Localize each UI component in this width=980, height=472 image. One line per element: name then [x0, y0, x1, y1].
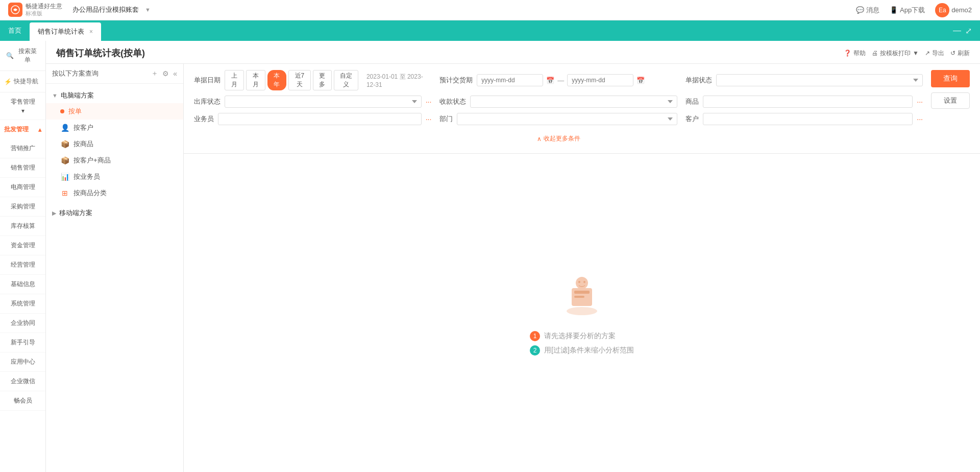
tab-bar: 首页 销售订单统计表 × — ⤢ — [0, 20, 980, 41]
sidebar-item-member[interactable]: 畅会员 — [0, 391, 45, 411]
tab-minimize-icon[interactable]: — — [953, 26, 961, 35]
payment-status-select[interactable] — [470, 96, 677, 108]
plan-item-by-product[interactable]: 📦 按商品 — [46, 136, 183, 152]
wechat-label: 企业微信 — [11, 377, 35, 386]
filter-delivery-group: 出库状态 ··· — [194, 96, 431, 108]
print-icon: 🖨 — [872, 50, 878, 57]
product-more-icon[interactable]: ··· — [917, 98, 923, 106]
refresh-btn[interactable]: ↺ 刷新 — [950, 49, 970, 58]
sidebar-item-retail[interactable]: 零售管理 ▾ — [0, 92, 45, 120]
user-action[interactable]: Ea demo2 — [935, 3, 972, 17]
operation-label: 经营管理 — [11, 261, 35, 269]
plan-item-by-salesman[interactable]: 📊 按业务员 — [46, 169, 183, 185]
expected-date-input-group: 📅 — 📅 — [477, 74, 645, 86]
content-area: 销售订单统计表(按单) ❓ 帮助 🖨 按模板打印 ▼ ↗ 导出 ↺ 刷新 — [46, 41, 980, 472]
collapse-panel-icon[interactable]: « — [173, 69, 177, 78]
plan-item-by-salesman-label: 按业务员 — [74, 172, 100, 181]
by-product-icon: 📦 — [60, 139, 69, 149]
date-last-month-btn[interactable]: 上月 — [225, 70, 244, 90]
plan-item-by-customer-product[interactable]: 📦 按客户+商品 — [46, 152, 183, 169]
date-7days-btn[interactable]: 近7天 — [288, 70, 310, 90]
expected-date-label: 预计交货期 — [439, 76, 473, 85]
query-btn[interactable]: 查询 — [931, 70, 970, 87]
product-input[interactable] — [703, 96, 913, 108]
sidebar-item-corp[interactable]: 企业协同 — [0, 314, 45, 333]
export-label: 导出 — [932, 49, 944, 58]
customer-input[interactable] — [703, 113, 913, 125]
print-dropdown-icon: ▼ — [913, 50, 919, 57]
app-title-dropdown[interactable]: ▼ — [145, 7, 151, 13]
by-category-icon: ⊞ — [60, 188, 69, 198]
sidebar-item-purchase[interactable]: 采购管理 — [0, 197, 45, 217]
expected-date-start-input[interactable] — [477, 74, 543, 86]
sidebar-item-wechat[interactable]: 企业微信 — [0, 372, 45, 391]
sidebar-item-finance[interactable]: 资金管理 — [0, 236, 45, 255]
quick-nav-btn[interactable]: ⚡ 快捷导航 — [0, 74, 45, 89]
add-plan-icon[interactable]: ＋ — [151, 69, 158, 78]
calendar-end-icon[interactable]: 📅 — [636, 77, 645, 84]
settings-plan-icon[interactable]: ⚙ — [162, 69, 169, 78]
plan-section: ▼ 电脑端方案 按单 👤 按客户 📦 按商品 — [46, 84, 183, 205]
expected-date-end-input[interactable] — [567, 74, 633, 86]
filter-dept-group: 部门 — [439, 113, 677, 125]
date-custom-btn[interactable]: 自定义 — [334, 70, 358, 90]
top-bar-right: 💬 消息 📱 App下载 Ea demo2 — [856, 3, 972, 17]
salesman-input[interactable] — [218, 113, 422, 125]
print-btn[interactable]: 🖨 按模板打印 ▼ — [872, 49, 919, 58]
date-this-month-btn[interactable]: 本月 — [246, 70, 265, 90]
svg-rect-4 — [574, 296, 584, 298]
filter-row-2: 出库状态 ··· 收款状态 — [194, 96, 923, 108]
message-action[interactable]: 💬 消息 — [856, 6, 879, 15]
setting-btn[interactable]: 设置 — [931, 92, 970, 109]
sidebar-item-newbie[interactable]: 新手引导 — [0, 333, 45, 352]
avatar: Ea — [935, 3, 949, 17]
date-this-year-btn[interactable]: 本年 — [267, 70, 287, 90]
search-menu-btn[interactable]: 🔍 搜索菜单 — [4, 45, 41, 66]
plan-item-by-order[interactable]: 按单 — [46, 103, 183, 120]
tab-expand-icon[interactable]: ⤢ — [965, 26, 972, 36]
sales-label: 销售管理 — [11, 163, 35, 172]
help-label: 帮助 — [853, 49, 866, 58]
collapse-btn[interactable]: ∧ 收起更多条件 — [194, 130, 923, 147]
status-select[interactable] — [716, 74, 923, 86]
sidebar-item-appcenter[interactable]: 应用中心 — [0, 352, 45, 372]
sidebar-item-marketing[interactable]: 营销推广 — [0, 139, 45, 158]
plan-item-by-customer[interactable]: 👤 按客户 — [46, 120, 183, 136]
finance-label: 资金管理 — [11, 241, 35, 250]
customer-more-icon[interactable]: ··· — [917, 115, 923, 123]
delivery-status-select[interactable] — [225, 96, 422, 108]
tab-home[interactable]: 首页 — [0, 20, 30, 41]
app-download-action[interactable]: 📱 App下载 — [890, 6, 925, 15]
help-btn[interactable]: ❓ 帮助 — [844, 49, 866, 58]
filter-date-group: 单据日期 上月 本月 本年 近7天 更多 自定义 — [194, 70, 431, 90]
tab-active[interactable]: 销售订单统计表 × — [30, 22, 101, 41]
dept-select[interactable] — [457, 113, 677, 125]
filter-area: 单据日期 上月 本月 本年 近7天 更多 自定义 — [184, 64, 980, 154]
salesman-more-icon[interactable]: ··· — [426, 115, 432, 123]
wholesale-label: 批发管理 — [4, 125, 29, 134]
sidebar-item-operation[interactable]: 经营管理 — [0, 255, 45, 275]
message-icon: 💬 — [856, 6, 864, 14]
export-btn[interactable]: ↗ 导出 — [925, 49, 944, 58]
sidebar-item-wholesale[interactable]: 批发管理 ▴ — [0, 120, 45, 139]
salesman-label: 业务员 — [194, 114, 214, 124]
calendar-start-icon[interactable]: 📅 — [546, 77, 554, 84]
retail-label: 零售管理 — [11, 98, 35, 106]
pc-scheme-group[interactable]: ▼ 电脑端方案 — [46, 88, 183, 103]
system-label: 系统管理 — [11, 299, 35, 308]
sidebar-item-inventory[interactable]: 库存核算 — [0, 217, 45, 236]
user-label: demo2 — [951, 6, 972, 14]
sidebar-item-sales[interactable]: 销售管理 — [0, 158, 45, 178]
tab-close-btn[interactable]: × — [89, 28, 93, 35]
empty-illustration — [556, 270, 607, 323]
plan-item-by-category[interactable]: ⊞ 按商品分类 — [46, 185, 183, 201]
mobile-scheme-group[interactable]: ▶ 移动端方案 — [46, 205, 183, 221]
date-more-btn[interactable]: 更多 — [313, 70, 332, 90]
main-layout: 🔍 搜索菜单 ⚡ 快捷导航 零售管理 ▾ 批发管理 ▴ 营销推广 销售管理 电商… — [0, 41, 980, 472]
sidebar-item-basic[interactable]: 基础信息 — [0, 275, 45, 294]
delivery-more-icon[interactable]: ··· — [426, 98, 432, 106]
top-bar-left: 畅捷通好生意 标准版 办公用品行业模拟账套 ▼ — [8, 3, 151, 17]
corp-label: 企业协同 — [11, 319, 35, 327]
sidebar-item-ecommerce[interactable]: 电商管理 — [0, 178, 45, 197]
sidebar-item-system[interactable]: 系统管理 — [0, 294, 45, 314]
